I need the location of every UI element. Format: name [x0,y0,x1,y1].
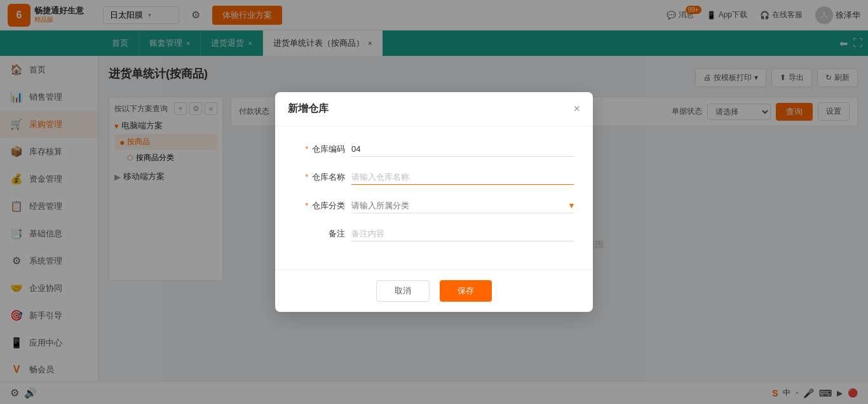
required-mark-3: * [305,201,308,210]
warehouse-code-input[interactable] [351,142,574,157]
add-warehouse-modal: 新增仓库 × * 仓库编码 * 仓库名称 [275,92,593,312]
modal-body: * 仓库编码 * 仓库名称 * 仓库分类 [275,126,593,269]
remark-label: 备注 [294,228,345,239]
save-button[interactable]: 保存 [440,280,492,302]
warehouse-category-row: * 仓库分类 ▾ [294,198,574,213]
warehouse-category-select-row: ▾ [351,198,574,213]
warehouse-name-row: * 仓库名称 [294,170,574,185]
warehouse-code-label: * 仓库编码 [294,144,345,155]
required-mark-2: * [305,172,308,182]
warehouse-name-label: * 仓库名称 [294,172,345,183]
warehouse-category-label: * 仓库分类 [294,200,345,212]
warehouse-category-input[interactable] [351,201,569,210]
modal-close-icon[interactable]: × [573,102,580,116]
remark-row: 备注 [294,226,574,241]
modal-title: 新增仓库 [288,102,329,116]
remark-input[interactable] [351,226,574,241]
warehouse-name-input[interactable] [351,170,574,185]
modal-backdrop: 新增仓库 × * 仓库编码 * 仓库名称 [0,0,868,404]
chevron-down-category-icon: ▾ [569,200,574,210]
required-mark: * [305,144,308,154]
modal-header: 新增仓库 × [275,92,593,126]
modal-footer: 取消 保存 [275,269,593,312]
warehouse-code-row: * 仓库编码 [294,142,574,157]
cancel-button[interactable]: 取消 [376,280,430,302]
